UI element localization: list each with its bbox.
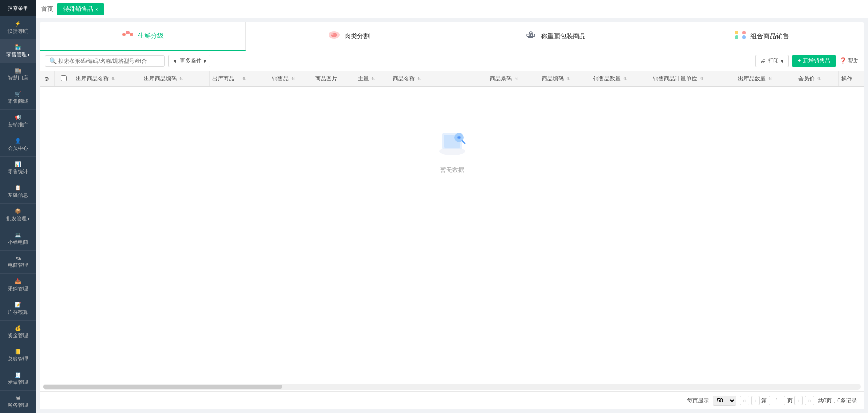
col-product-code[interactable]: 商品编码 ⇅ (539, 71, 590, 87)
prev-page-button[interactable]: ‹ (751, 396, 760, 405)
sidebar-item-ledger[interactable]: 📒 总账管理 (0, 344, 36, 367)
print-icon: 🖨 (760, 58, 766, 64)
page-input[interactable] (769, 396, 785, 405)
sidebar-item-retail-mall[interactable]: 🛒 零售商城 (0, 86, 36, 110)
sidebar-logo[interactable]: 搜索菜单 (0, 0, 36, 16)
pagination-bar: 每页显示 10 20 50 100 « ‹ 第 页 › (40, 391, 864, 409)
sidebar-item-marketing[interactable]: 📢 营销推广 (0, 110, 36, 133)
col-sale-product[interactable]: 销售品 ⇅ (269, 71, 312, 87)
sidebar-item-smart-store[interactable]: 🏬 智慧门店 (0, 63, 36, 86)
tab-combo[interactable]: 组合商品销售 (658, 22, 864, 51)
member-icon: 👤 (15, 138, 21, 144)
page-size-select[interactable]: 10 20 50 100 (713, 396, 736, 406)
marketing-icon: 📢 (15, 115, 21, 120)
select-all-checkbox[interactable] (61, 75, 67, 81)
sidebar-item-finance[interactable]: 💰 资金管理 (0, 321, 36, 344)
total-count: 共0页，0条记录 (818, 397, 857, 405)
col-out-product-code[interactable]: 出库商品编码 ⇅ (141, 71, 210, 87)
retail-mall-icon: 🛒 (15, 91, 21, 97)
filter-button[interactable]: ▼ 更多条件 ▾ (168, 55, 210, 67)
svg-point-12 (532, 34, 535, 37)
sidebar-item-quick-nav[interactable]: ⚡ 快捷导航 (0, 16, 36, 40)
col-out-product-spec[interactable]: 出库商品… ⇅ (209, 71, 269, 87)
svg-point-23 (457, 136, 461, 139)
ledger-icon: 📒 (15, 349, 21, 355)
col-member-price[interactable]: 会员价 ⇅ (795, 71, 838, 87)
svg-point-18 (742, 35, 746, 39)
sidebar-item-ecommerce[interactable]: 💻 小畅电商 (0, 227, 36, 251)
sidebar-item-purchase[interactable]: 📥 采购管理 (0, 274, 36, 297)
base-info-1-icon: 📋 (15, 185, 21, 191)
top-bar: 首页 特殊销售品 × (36, 0, 868, 18)
sidebar-item-ecom-mgmt[interactable]: 🛍 电商管理 (0, 251, 36, 274)
ecom-mgmt-icon: 🛍 (16, 255, 21, 261)
svg-point-16 (742, 31, 746, 34)
sort-icon: ⇅ (291, 76, 295, 81)
sort-icon: ⇅ (417, 76, 421, 81)
svg-point-4 (130, 34, 132, 35)
category-tabs: 生鲜分级 肉类分割 (40, 22, 864, 51)
col-sale-unit[interactable]: 销售商品计量单位 ⇅ (650, 71, 735, 87)
data-table: ⚙ 出库商品名称 ⇅ 出库商品编码 ⇅ 出库商品 (40, 71, 864, 87)
sort-icon: ⇅ (768, 76, 772, 81)
tab-scale[interactable]: 称重预包装商品 (452, 22, 658, 51)
search-box[interactable]: 🔍 (45, 55, 165, 67)
new-sale-product-button[interactable]: + 新增销售品 (792, 55, 835, 67)
col-action: 操作 (838, 71, 864, 87)
sort-icon: ⇅ (179, 76, 183, 81)
ecommerce-icon: 💻 (15, 232, 21, 238)
wholesale-icon: 📦 (15, 208, 21, 214)
svg-point-15 (735, 31, 738, 34)
sidebar-item-wholesale[interactable]: 📦 批发管理 ▾ (0, 204, 36, 227)
print-button[interactable]: 🖨 打印 ▾ (755, 55, 789, 67)
horizontal-scrollbar[interactable] (43, 384, 861, 390)
inventory-icon: 📝 (15, 302, 21, 308)
help-button[interactable]: ❓ 帮助 (840, 57, 859, 65)
sidebar-item-base-info-1[interactable]: 📋 基础信息 (0, 180, 36, 204)
last-page-button[interactable]: » (805, 396, 814, 405)
help-icon: ❓ (840, 57, 846, 64)
main-content: 首页 特殊销售品 × 生鲜分级 (36, 0, 868, 413)
col-out-qty[interactable]: 出库品数量 ⇅ (735, 71, 795, 87)
col-main-qty[interactable]: 主量 ⇅ (355, 71, 390, 87)
active-tab[interactable]: 特殊销售品 × (57, 3, 104, 15)
col-product-barcode[interactable]: 商品条码 ⇅ (487, 71, 539, 87)
page-area: 生鲜分级 肉类分割 (40, 22, 864, 409)
smart-store-icon: 🏬 (15, 68, 21, 74)
sidebar-item-member[interactable]: 👤 会员中心 (0, 133, 36, 157)
sidebar-item-tax[interactable]: 🏛 税务管理 (0, 391, 36, 413)
first-page-button[interactable]: « (740, 396, 749, 405)
col-product-image[interactable]: 商品图片 (312, 71, 355, 87)
sort-icon: ⇅ (700, 76, 703, 81)
retail-mgmt-icon: 🏪 (15, 44, 21, 50)
search-input[interactable] (58, 58, 159, 64)
svg-point-7 (331, 33, 334, 35)
sort-icon: ⇅ (623, 76, 627, 81)
col-product-name[interactable]: 商品名称 ⇅ (390, 71, 487, 87)
quick-nav-icon: ⚡ (15, 21, 21, 27)
tab-meat[interactable]: 肉类分割 (246, 22, 452, 51)
col-out-product-name[interactable]: 出库商品名称 ⇅ (73, 71, 141, 87)
next-page-button[interactable]: › (794, 396, 803, 405)
table-wrap: ⚙ 出库商品名称 ⇅ 出库商品编码 ⇅ 出库商品 (40, 71, 864, 382)
col-gear[interactable]: ⚙ (40, 71, 54, 87)
page-nav: « ‹ 第 页 › » (740, 396, 814, 405)
tab-fresh[interactable]: 生鲜分级 (40, 22, 246, 51)
col-check[interactable] (54, 71, 73, 87)
sort-icon: ⇅ (371, 76, 375, 81)
wholesale-arrow-icon: ▾ (28, 217, 30, 221)
tab-close-button[interactable]: × (95, 6, 98, 12)
sidebar-item-invoice[interactable]: 🧾 发票管理 (0, 367, 36, 391)
tax-icon: 🏛 (16, 396, 21, 401)
chevron-down-icon: ▾ (28, 52, 30, 57)
sidebar-item-inventory[interactable]: 📝 库存核算 (0, 297, 36, 321)
scale-icon (524, 30, 537, 43)
filter-icon: ▼ (172, 58, 178, 64)
toolbar-right: 🖨 打印 ▾ + 新增销售品 ❓ 帮助 (755, 55, 859, 67)
sidebar-item-retail-stats[interactable]: 📊 零售统计 (0, 157, 36, 180)
sidebar-item-retail-mgmt[interactable]: 🏪 零售管理 ▾ (0, 40, 36, 63)
svg-rect-9 (530, 34, 531, 36)
col-sale-qty[interactable]: 销售品数量 ⇅ (590, 71, 650, 87)
scroll-thumb[interactable] (43, 385, 282, 389)
svg-point-1 (126, 31, 130, 34)
